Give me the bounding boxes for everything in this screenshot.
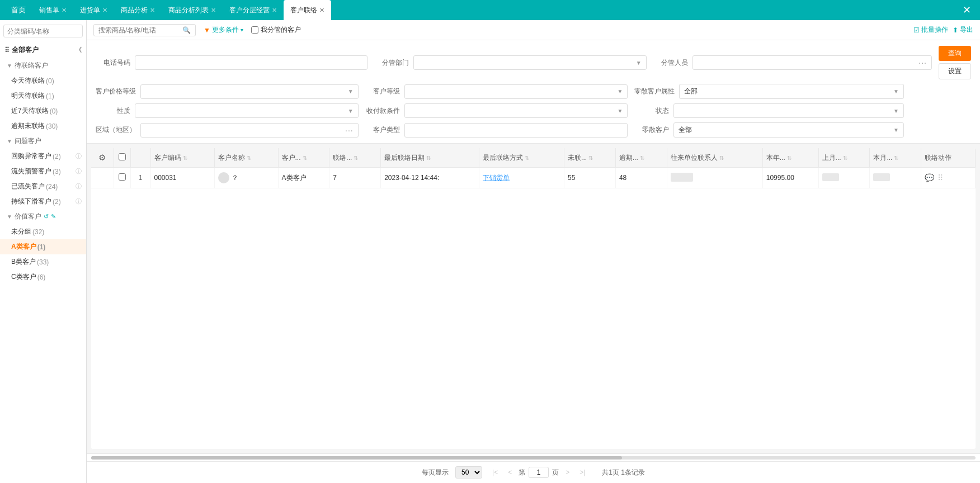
edit-icon[interactable]: ✎	[51, 213, 56, 220]
filter-nature-select[interactable]: ▼	[135, 103, 359, 118]
col-type-header: 客户... ⇅	[278, 148, 329, 168]
nav-tab-analysis-close[interactable]: ✕	[150, 7, 155, 14]
info-icon-warning: ⓘ	[76, 167, 82, 176]
table-settings-icon[interactable]: ⚙	[98, 153, 106, 162]
qr-action-icon[interactable]: ⠿	[937, 173, 943, 182]
sort-nocontact-icon[interactable]: ⇅	[588, 155, 593, 161]
filter-region-input[interactable]: ···	[140, 123, 359, 138]
sidebar-item-today[interactable]: 今天待联络 (0)	[0, 73, 86, 88]
select-all-checkbox[interactable]	[119, 153, 126, 160]
my-customers-checkbox[interactable]	[251, 26, 258, 34]
sort-type-icon[interactable]: ⇅	[303, 155, 307, 161]
sort-thismonth-icon[interactable]: ⇅	[894, 155, 898, 161]
sort-lastmonth-icon[interactable]: ⇅	[843, 155, 847, 161]
table-row: 1 000031 ？ A类客户	[91, 168, 976, 188]
filter-payment: 收付款条件 ▼	[365, 103, 635, 118]
grid-icon: ⠿	[4, 46, 10, 54]
sidebar-item-overdue[interactable]: 逾期未联络 (30)	[0, 119, 86, 134]
sidebar-item-ungroup[interactable]: 未分组 (32)	[0, 224, 86, 239]
nav-tab-analysis[interactable]: 商品分析 ✕	[114, 0, 162, 20]
sidebar-item-class-a[interactable]: A类客户 (1)	[0, 239, 86, 254]
page-size-select[interactable]: 50	[455, 466, 482, 479]
top-navigation: 首页 销售单 ✕ 进货单 ✕ 商品分析 ✕ 商品分析列表 ✕ 客户分层经营 ✕ …	[0, 0, 980, 20]
nav-tab-segment-close[interactable]: ✕	[272, 7, 277, 14]
filter-icon: ▼	[204, 26, 210, 34]
row-action-cell: 💬 ⠿	[921, 168, 976, 188]
col-settings: ⚙	[91, 148, 114, 168]
nav-tab-analysis-list-close[interactable]: ✕	[211, 7, 216, 14]
prev-page-button[interactable]: <	[505, 467, 515, 477]
main-search-input[interactable]	[98, 26, 182, 34]
sort-unitcontact-icon[interactable]: ⇅	[719, 155, 724, 161]
my-customers-filter[interactable]: 我分管的客户	[251, 25, 301, 35]
next-page-button[interactable]: >	[562, 467, 573, 477]
sort-overdue-icon[interactable]: ⇅	[640, 155, 644, 161]
nav-tab-purchase[interactable]: 进货单 ✕	[73, 0, 114, 20]
batch-operation-button[interactable]: ☑ 批量操作	[913, 25, 948, 35]
chat-action-icon[interactable]: 💬	[925, 173, 934, 182]
filter-customer-level-select[interactable]: ▼	[404, 84, 628, 99]
sidebar-problem-group[interactable]: ▼ 问题客户	[0, 134, 86, 149]
info-icon-abnormal: ⓘ	[76, 152, 82, 160]
row-settings-cell	[91, 168, 114, 188]
sidebar-item-declining[interactable]: 持续下滑客户 (2) ⓘ	[0, 194, 86, 209]
page-number-input[interactable]	[529, 467, 549, 478]
row-checkbox[interactable]	[119, 173, 126, 181]
nav-tab-purchase-close[interactable]: ✕	[102, 7, 107, 14]
filter-scatter-attr: 零散客户属性 全部▼	[634, 84, 904, 99]
sort-thisyear-icon[interactable]: ⇅	[787, 155, 791, 161]
sort-lastmethod-icon[interactable]: ⇅	[525, 155, 529, 161]
more-filter-button[interactable]: ▼ 更多条件 ▾	[200, 23, 247, 36]
filter-price-level-select[interactable]: ▼	[140, 84, 359, 99]
query-button[interactable]: 查询	[939, 46, 971, 61]
nav-tab-sales[interactable]: 销售单 ✕	[32, 0, 73, 20]
sort-code-icon[interactable]: ⇅	[183, 155, 187, 161]
nav-tab-sales-close[interactable]: ✕	[62, 7, 67, 14]
sidebar-item-class-c[interactable]: C类客户 (6)	[0, 269, 86, 285]
thismonth-placeholder	[873, 173, 890, 181]
sidebar-search-input[interactable]	[7, 27, 87, 35]
sidebar-item-7days[interactable]: 近7天待联络 (0)	[0, 103, 86, 119]
main-search-icon[interactable]: 🔍	[182, 26, 191, 34]
nav-tab-contact-close[interactable]: ✕	[319, 7, 324, 14]
sort-contact-icon[interactable]: ⇅	[354, 155, 358, 161]
nav-tab-contact[interactable]: 客户联络 ✕	[284, 0, 331, 20]
row-nocontact-cell: 55	[564, 168, 616, 188]
scrollbar-thumb[interactable]	[91, 456, 622, 460]
filter-dept-select[interactable]: ▼	[413, 55, 646, 70]
sidebar-value-group[interactable]: ▼ 价值客户 ↺ ✎	[0, 209, 86, 224]
sort-name-icon[interactable]: ⇅	[247, 155, 251, 161]
sidebar-search-box[interactable]: 🔍	[3, 25, 83, 37]
filter-scatter-attr-select[interactable]: 全部▼	[679, 84, 904, 99]
nav-home[interactable]: 首页	[4, 5, 32, 15]
scrollbar-track[interactable]	[91, 456, 976, 460]
sidebar-pending-group[interactable]: ▼ 待联络客户	[0, 58, 86, 73]
last-page-button[interactable]: >|	[576, 467, 588, 477]
sidebar-item-class-b[interactable]: B类客户 (33)	[0, 254, 86, 269]
sort-lastdate-icon[interactable]: ⇅	[426, 155, 431, 161]
filter-phone-input[interactable]	[135, 55, 368, 70]
sidebar-collapse-btn[interactable]: 《	[76, 46, 82, 54]
settings-button[interactable]: 设置	[939, 63, 971, 79]
nav-tab-analysis-list[interactable]: 商品分析列表 ✕	[162, 0, 223, 20]
main-search-box[interactable]: 🔍	[93, 24, 196, 36]
filter-status-select[interactable]: ▼	[673, 103, 904, 118]
row-lastmethod-cell: 下销货单	[479, 168, 564, 188]
sidebar-item-lost[interactable]: 已流失客户 (24) ⓘ	[0, 179, 86, 194]
filter-payment-select[interactable]: ▼	[404, 103, 628, 118]
window-close-button[interactable]: ✕	[958, 4, 976, 16]
nav-tab-segment[interactable]: 客户分层经营 ✕	[223, 0, 284, 20]
sidebar-item-abnormal[interactable]: 回购异常客户 (2) ⓘ	[0, 149, 86, 164]
horizontal-scrollbar[interactable]	[87, 453, 980, 461]
filter-manager: 分管人员 ···	[653, 55, 932, 70]
filter-customer-type-input[interactable]	[404, 123, 628, 138]
sidebar-item-tomorrow[interactable]: 明天待联络 (1)	[0, 88, 86, 103]
sidebar-item-warning[interactable]: 流失预警客户 (3) ⓘ	[0, 164, 86, 179]
refresh-icon[interactable]: ↺	[44, 213, 49, 220]
sidebar-all-customers-header[interactable]: ⠿ 全部客户 《	[0, 42, 86, 58]
export-button[interactable]: ⬆ 导出	[953, 25, 973, 35]
first-page-button[interactable]: |<	[489, 467, 501, 477]
filter-manager-input[interactable]: ···	[692, 55, 932, 70]
last-method-link[interactable]: 下销货单	[483, 174, 510, 182]
filter-scatter-select[interactable]: 全部▼	[673, 122, 904, 138]
